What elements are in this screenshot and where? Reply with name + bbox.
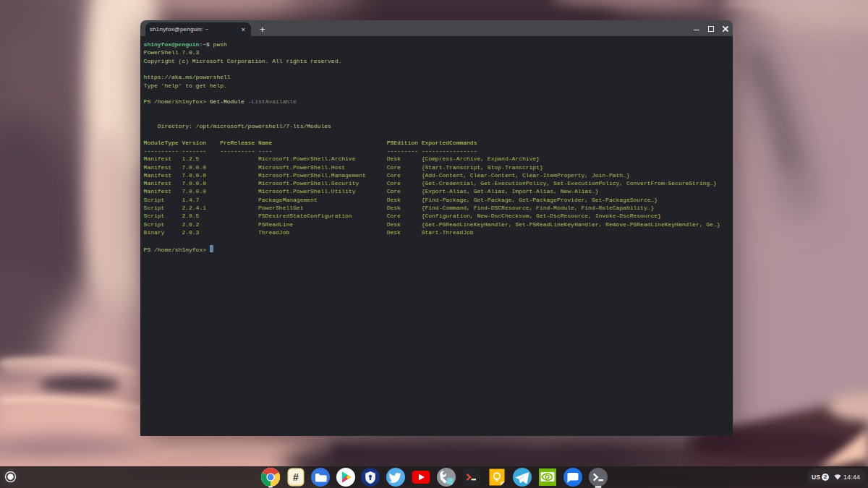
svg-text:#: # bbox=[293, 471, 299, 483]
